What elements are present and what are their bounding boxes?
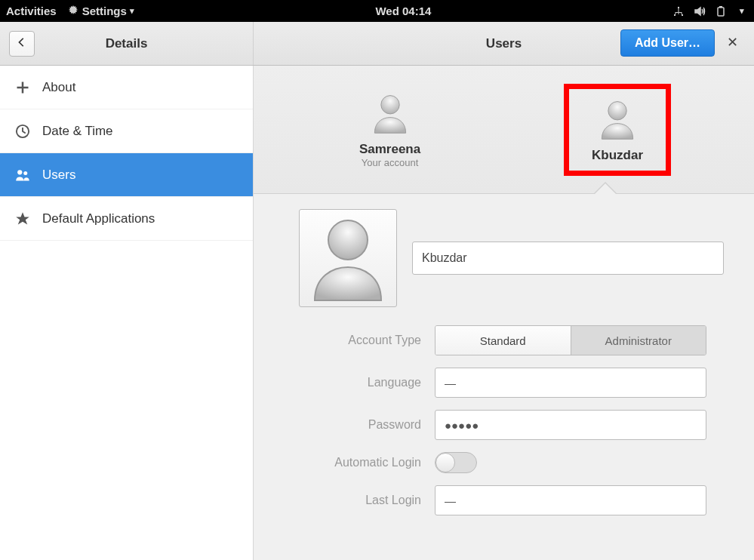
- sidebar-item-label: About: [42, 80, 75, 95]
- language-label: Language: [299, 376, 435, 389]
- password-field[interactable]: ●●●●●: [435, 410, 706, 440]
- sidebar-item-users[interactable]: Users: [0, 153, 253, 197]
- sidebar-item-label: Default Applications: [42, 211, 155, 226]
- user-detail-form: Account Type Standard Administrator Lang…: [254, 194, 754, 560]
- user-card-samreena[interactable]: Samreena Your account: [337, 83, 443, 176]
- sidebar: About Date & Time Users Default Applicat…: [0, 66, 254, 560]
- window-headerbar: Details Users Add User… ✕: [0, 22, 754, 66]
- sidebar-item-label: Users: [42, 168, 75, 183]
- back-button[interactable]: [9, 31, 35, 57]
- sidebar-item-default-apps[interactable]: Default Applications: [0, 197, 253, 241]
- avatar-picker[interactable]: [299, 209, 397, 307]
- avatar-icon: [595, 97, 640, 142]
- clock-icon: [15, 124, 30, 139]
- app-menu-button[interactable]: Settings: [67, 5, 134, 17]
- main-split: About Date & Time Users Default Applicat…: [0, 66, 754, 560]
- user-name-label: Kbuzdar: [592, 148, 643, 163]
- account-type-label: Account Type: [299, 334, 435, 347]
- settings-app-icon: [67, 5, 79, 17]
- last-login-label: Last Login: [299, 494, 435, 507]
- sidebar-item-datetime[interactable]: Date & Time: [0, 109, 253, 153]
- sidebar-item-about[interactable]: About: [0, 66, 253, 109]
- user-card-kbuzdar[interactable]: Kbuzdar: [564, 84, 671, 176]
- content-pane: Samreena Your account Kbuzdar Account Ty…: [254, 66, 754, 560]
- svg-point-7: [328, 220, 368, 260]
- activities-label: Activities: [6, 5, 57, 17]
- svg-point-3: [17, 170, 22, 174]
- add-user-label: Add User…: [635, 36, 700, 50]
- gnome-top-bar: Activities Settings Wed 04:14 ▾: [0, 0, 754, 22]
- network-icon[interactable]: [672, 5, 685, 17]
- svg-rect-0: [718, 8, 724, 16]
- user-selector-row: Samreena Your account Kbuzdar: [254, 66, 754, 194]
- headerbar-left-title: Details: [106, 36, 148, 51]
- automatic-login-label: Automatic Login: [299, 456, 435, 469]
- activities-button[interactable]: Activities: [6, 5, 57, 17]
- automatic-login-switch[interactable]: [435, 452, 477, 473]
- star-icon: [15, 211, 30, 226]
- close-button[interactable]: ✕: [722, 32, 742, 52]
- clock-label[interactable]: Wed 04:14: [134, 5, 672, 17]
- sidebar-item-label: Date & Time: [42, 124, 113, 139]
- account-type-segmented: Standard Administrator: [435, 325, 706, 355]
- users-icon: [15, 168, 30, 183]
- svg-rect-1: [719, 6, 722, 8]
- full-name-input[interactable]: [412, 242, 724, 275]
- user-sub-label: Your account: [362, 157, 418, 168]
- svg-point-6: [608, 101, 626, 119]
- add-user-button[interactable]: Add User…: [620, 29, 715, 57]
- account-type-standard-button[interactable]: Standard: [435, 326, 571, 355]
- svg-point-5: [380, 96, 399, 114]
- account-type-administrator-button[interactable]: Administrator: [571, 326, 706, 355]
- volume-icon[interactable]: [694, 5, 706, 17]
- switch-knob: [435, 453, 455, 472]
- battery-icon[interactable]: [715, 5, 727, 17]
- user-name-label: Samreena: [359, 142, 420, 157]
- system-menu-dropdown-icon[interactable]: ▾: [736, 5, 748, 17]
- plus-icon: [15, 80, 30, 95]
- avatar-icon: [368, 91, 413, 136]
- chevron-left-icon: [17, 37, 27, 51]
- app-menu-label: Settings: [82, 5, 127, 17]
- language-field[interactable]: —: [435, 368, 706, 398]
- password-label: Password: [299, 418, 435, 432]
- selected-notch: [595, 183, 616, 194]
- svg-point-4: [23, 171, 27, 175]
- close-icon: ✕: [727, 34, 738, 51]
- last-login-field[interactable]: —: [435, 485, 706, 515]
